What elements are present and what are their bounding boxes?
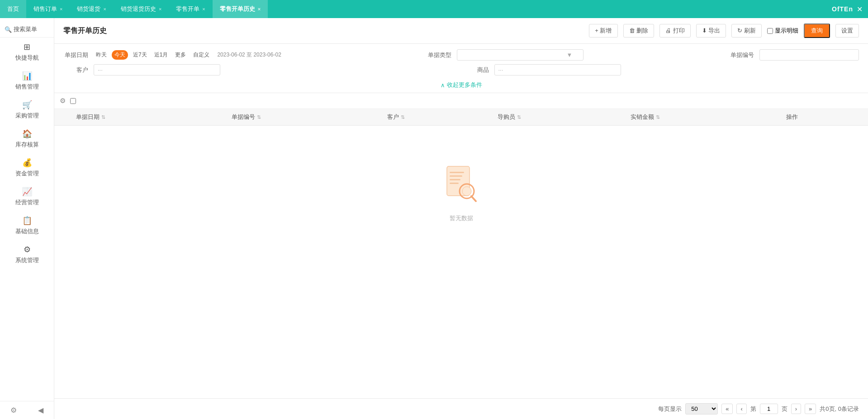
th-amount[interactable]: 实销金额⇅ [625,109,781,126]
sidebar-item-sales-mgmt[interactable]: 📊销售管理 [0,66,54,95]
display-detail-label: 显示明细 [775,27,798,35]
sidebar-item-finance[interactable]: 💰资金管理 [0,153,54,182]
collapse-sidebar-icon[interactable]: ◀ [38,406,43,414]
delete-button[interactable]: 🗑 删除 [623,24,655,38]
empty-state: 暂无数据 [54,126,868,240]
filter-row-2: 客户 ··· 商品 ··· [63,64,859,75]
sort-icon-customer: ⇅ [401,114,405,120]
page-label: 页 [782,405,787,413]
th-customer[interactable]: 客户⇅ [382,109,492,126]
sidebar-item-sys-mgmt[interactable]: ⚙系统管理 [0,240,54,269]
date-option-custom[interactable]: 自定义 [191,50,212,60]
collapse-row: ∧ 收起更多条件 [63,79,859,89]
prev-page-btn[interactable]: ‹ [736,404,746,414]
sort-icon-amount: ⇅ [656,114,660,120]
doc-no-input[interactable] [759,49,859,61]
collapse-label: 收起更多条件 [447,81,482,89]
table-wrapper: ⚙ 单据日期⇅单据编号⇅客户⇅导购员⇅实销金额⇅操作 [54,93,868,398]
customer-label: 客户 [63,66,88,74]
per-page-select[interactable]: 102050100 [685,403,718,414]
date-option-last1month[interactable]: 近1月 [152,50,171,60]
add-button[interactable]: + 新增 [589,24,617,38]
date-option-last7days[interactable]: 近7天 [131,50,149,60]
nav-tab-retail-open-history[interactable]: 零售开单历史 × [213,0,268,18]
sidebar-item-quick-nav[interactable]: ⊞快捷导航 [0,38,54,66]
last-page-btn[interactable]: » [805,404,816,414]
export-button[interactable]: ⬇ 导出 [696,24,726,38]
sidebar-label-quick-nav: 快捷导航 [15,54,39,62]
sidebar-icon-operations: 📈 [22,187,32,197]
sidebar-items-container: ⊞快捷导航📊销售管理🛒采购管理🏠库存核算💰资金管理📈经营管理📋基础信息⚙系统管理 [0,38,54,269]
sidebar-label-base-info: 基础信息 [15,227,39,235]
sort-icon-no: ⇅ [257,114,261,120]
page-header: 零售开单历史 + 新增 🗑 删除 🖨 打印 ⬇ 导出 ↻ 刷新 显示明细 查询 … [54,18,868,44]
pagination-bar: 每页显示 102050100 « ‹ 第 页 › » 共0页, 0条记录 [54,398,868,419]
doc-no-label: 单据编号 [729,51,754,59]
search-icon: 🔍 [5,26,12,33]
query-button[interactable]: 查询 [804,24,830,38]
select-all-checkbox[interactable] [70,98,76,104]
svg-point-6 [462,187,471,196]
nav-tab-sales-return[interactable]: 销货退货 × [70,0,113,18]
nav-tab-close-retail-open[interactable]: × [202,6,205,12]
nav-tabs: 首页销售订单 ×销货退货 ×销货退货历史 ×零售开单 ×零售开单历史 × [0,0,826,18]
settings-bottom-icon[interactable]: ⚙ [10,406,17,414]
sidebar-label-sales-mgmt: 销售管理 [15,83,39,91]
nav-tab-close-sales-order[interactable]: × [60,6,62,12]
goods-dots: ··· [498,66,503,73]
nav-tab-close-sales-return[interactable]: × [103,6,106,12]
sidebar-search-label: 搜索菜单 [14,25,37,33]
filter-row-1: 单据日期 昨天今天近7天近1月更多自定义 2023-06-02 至 2023-0… [63,49,859,61]
sidebar-item-base-info[interactable]: 📋基础信息 [0,211,54,240]
empty-text: 暂无数据 [450,214,473,222]
th-checkbox [54,109,71,126]
th-no[interactable]: 单据编号⇅ [226,109,382,126]
print-button[interactable]: 🖨 打印 [659,24,691,38]
per-page-label: 每页显示 [658,405,682,413]
doc-type-select[interactable]: ▼ [457,49,583,61]
customer-select[interactable]: ··· [94,64,220,75]
nav-tab-close-retail-open-history[interactable]: × [258,6,261,12]
sort-icon-salesperson: ⇅ [517,114,521,120]
collapse-button[interactable]: ∧ 收起更多条件 [441,81,482,89]
page-title: 零售开单历史 [63,26,107,36]
th-date[interactable]: 单据日期⇅ [71,109,226,126]
first-page-btn[interactable]: « [721,404,733,414]
table-head: 单据日期⇅单据编号⇅客户⇅导购员⇅实销金额⇅操作 [54,109,868,126]
sidebar-icon-base-info: 📋 [22,216,32,226]
svg-rect-4 [450,183,459,184]
sidebar-icon-sales-mgmt: 📊 [22,71,32,81]
refresh-button[interactable]: ↻ 刷新 [731,24,762,38]
date-option-yesterday[interactable]: 昨天 [94,50,109,60]
collapse-up-icon: ∧ [441,82,445,89]
display-detail-checkbox[interactable] [767,28,773,34]
goods-select[interactable]: ··· [494,64,621,75]
page-number-input[interactable] [760,404,778,414]
sidebar-item-operations[interactable]: 📈经营管理 [0,182,54,211]
nav-tab-close-sales-return-history[interactable]: × [159,6,161,12]
table-header-row: 单据日期⇅单据编号⇅客户⇅导购员⇅实销金额⇅操作 [54,109,868,126]
display-detail-toggle[interactable]: 显示明细 [767,27,798,35]
date-range: 2023-06-02 至 2023-06-02 [217,51,281,59]
sidebar-icon-sys-mgmt: ⚙ [24,245,31,254]
window-close-icon[interactable]: ✕ [857,5,863,14]
sidebar-search[interactable]: 🔍 搜索菜单 [0,22,54,38]
nav-tab-home[interactable]: 首页 [0,0,26,18]
doc-type-label: 单据类型 [427,51,451,59]
sidebar-item-inventory[interactable]: 🏠库存核算 [0,124,54,153]
table-settings-icon[interactable]: ⚙ [60,97,66,105]
next-page-btn[interactable]: › [791,404,801,414]
sidebar-icon-quick-nav: ⊞ [24,42,30,52]
sidebar-label-inventory: 库存核算 [15,141,39,149]
nav-tab-sales-order[interactable]: 销售订单 × [26,0,70,18]
th-salesperson[interactable]: 导购员⇅ [492,109,625,126]
date-option-more[interactable]: 更多 [173,50,188,60]
sidebar-item-purchase-mgmt[interactable]: 🛒采购管理 [0,95,54,124]
date-option-today[interactable]: 今天 [112,50,128,60]
page-actions: + 新增 🗑 删除 🖨 打印 ⬇ 导出 ↻ 刷新 显示明细 查询 设置 [589,24,859,38]
nav-tab-sales-return-history[interactable]: 销货退货历史 × [114,0,169,18]
nav-tab-retail-open[interactable]: 零售开单 × [169,0,212,18]
settings-button[interactable]: 设置 [835,24,859,38]
table-toolbar: ⚙ [54,93,868,109]
svg-rect-3 [450,179,460,180]
